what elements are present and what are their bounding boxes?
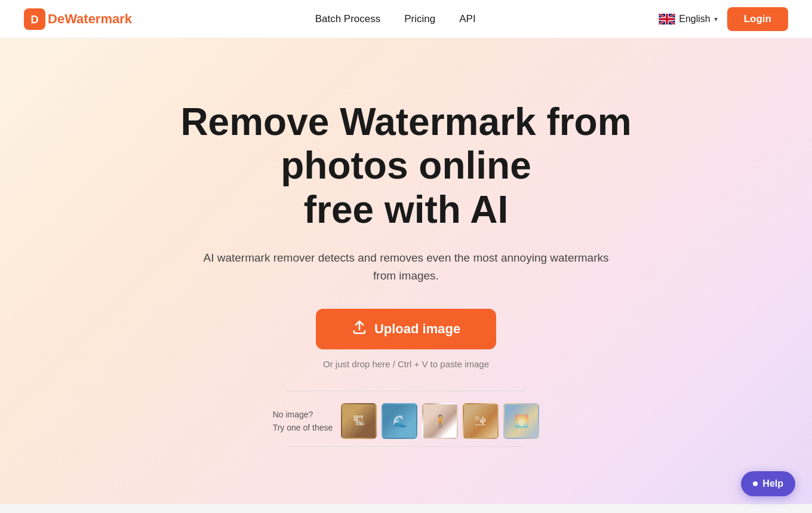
sample-thumb-2[interactable]: 🌊 xyxy=(382,403,417,439)
navbar: D DeWatermark Batch Process Pricing API … xyxy=(0,0,812,38)
sample-labels: No image? Try one of these xyxy=(273,408,333,435)
upload-label: Upload image xyxy=(374,321,460,337)
sample-thumb-1[interactable]: 🏗 xyxy=(341,403,377,439)
sample-divider-bottom xyxy=(287,446,525,447)
logo-link[interactable]: D DeWatermark xyxy=(24,8,132,30)
drop-hint: Or just drop here / Ctrl + V to paste im… xyxy=(323,359,489,369)
no-image-label: No image? xyxy=(273,408,333,421)
logo-icon: D xyxy=(24,8,45,30)
help-button[interactable]: Help xyxy=(741,471,795,496)
sample-area: No image? Try one of these 🏗 🌊 🧍 🏜 🌅 xyxy=(273,403,540,439)
upload-icon xyxy=(352,320,367,339)
svg-text:D: D xyxy=(31,13,39,25)
upload-arrow-icon xyxy=(352,320,367,335)
nav-pricing[interactable]: Pricing xyxy=(404,13,435,25)
sample-divider-top xyxy=(287,391,525,391)
sample-thumb-3[interactable]: 🧍 xyxy=(422,403,458,439)
chevron-down-icon: ▾ xyxy=(714,15,718,23)
login-button[interactable]: Login xyxy=(727,7,788,31)
help-label: Help xyxy=(762,478,783,489)
lang-label: English xyxy=(679,14,710,24)
sample-thumb-5[interactable]: 🌅 xyxy=(503,403,539,439)
nav-right: English ▾ Login xyxy=(659,7,788,31)
nav-batch-process[interactable]: Batch Process xyxy=(315,13,381,25)
try-these-label: Try one of these xyxy=(273,421,333,434)
sample-images: 🏗 🌊 🧍 🏜 🌅 xyxy=(341,403,539,439)
hero-subtitle: AI watermark remover detects and removes… xyxy=(203,249,609,285)
help-dot-icon xyxy=(753,481,758,486)
sample-thumb-4[interactable]: 🏜 xyxy=(463,403,499,439)
language-selector[interactable]: English ▾ xyxy=(659,14,717,24)
logo-text: DeWatermark xyxy=(48,11,132,27)
upload-image-button[interactable]: Upload image xyxy=(316,309,496,349)
nav-api[interactable]: API xyxy=(459,13,475,25)
hero-section: Remove Watermark from photos online free… xyxy=(0,38,812,504)
hero-title: Remove Watermark from photos online free… xyxy=(137,100,675,232)
uk-flag-icon xyxy=(659,14,675,24)
bottom-strip xyxy=(0,504,812,513)
nav-links: Batch Process Pricing API xyxy=(315,13,476,25)
